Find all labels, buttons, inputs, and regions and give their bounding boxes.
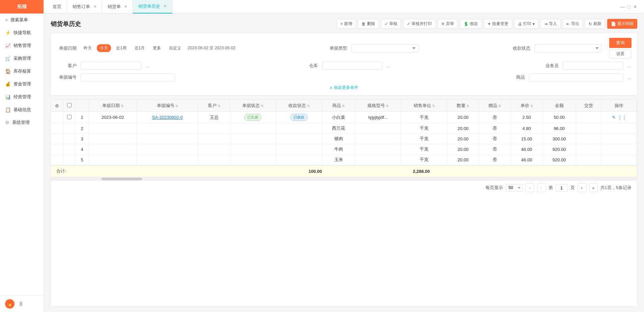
goods-header[interactable]: 商品⇅ bbox=[322, 100, 355, 112]
row-check[interactable] bbox=[63, 155, 75, 165]
collect-label: 收款 bbox=[470, 21, 478, 27]
row-check[interactable] bbox=[63, 123, 75, 134]
abandon-button[interactable]: ✕ 弃审 bbox=[438, 19, 458, 29]
qty-header[interactable]: 数量⇅ bbox=[447, 100, 479, 112]
row-doc-no[interactable] bbox=[137, 155, 198, 165]
sidebar-item-inventory[interactable]: 🏠 库存核算 bbox=[0, 65, 44, 78]
row-action[interactable]: ✎⋮⋮ bbox=[601, 112, 637, 123]
print-button[interactable]: 🖨 打印 ▾ bbox=[514, 19, 538, 29]
row-doc-no[interactable] bbox=[137, 144, 198, 155]
row-action[interactable] bbox=[601, 134, 637, 144]
goods-dots[interactable]: ... bbox=[627, 75, 632, 80]
date-today[interactable]: 今天 bbox=[97, 44, 111, 52]
sort-icon: ⇅ bbox=[498, 104, 501, 108]
refresh-button[interactable]: ↻ 刷新 bbox=[585, 19, 605, 29]
row-doc-date bbox=[89, 134, 137, 144]
delete-button[interactable]: 🗑 删除 bbox=[358, 19, 379, 29]
row-doc-no[interactable] bbox=[137, 123, 198, 134]
price-header[interactable]: 单价⇅ bbox=[511, 100, 542, 112]
salesperson-input[interactable] bbox=[563, 62, 623, 70]
row-check[interactable] bbox=[63, 134, 75, 144]
row-doc-no[interactable] bbox=[137, 134, 198, 144]
window-controls: — □ ✕ bbox=[620, 4, 641, 9]
doc-date-header[interactable]: 单据日期⇅ bbox=[89, 100, 137, 112]
date-last30[interactable]: 近1月 bbox=[132, 44, 148, 52]
tab-sales-order-close[interactable]: ✕ bbox=[93, 4, 96, 9]
date-more[interactable]: 更多 bbox=[150, 44, 164, 52]
gift-header[interactable]: 赠品⇅ bbox=[479, 100, 511, 112]
next-page-button[interactable]: › bbox=[578, 183, 586, 192]
warehouse-input[interactable] bbox=[322, 62, 383, 70]
select-all-checkbox[interactable] bbox=[67, 103, 72, 107]
sidebar-item-quick-nav[interactable]: ⚡ 快捷导航 bbox=[0, 26, 44, 39]
sidebar-item-purchase-mgmt[interactable]: 🛒 采购管理 bbox=[0, 52, 44, 65]
user-avatar[interactable]: 🔥 bbox=[5, 299, 15, 309]
customer-dots[interactable]: ... bbox=[145, 63, 149, 69]
spec-header[interactable]: 规格型号⇅ bbox=[355, 100, 401, 112]
row-check[interactable] bbox=[63, 144, 75, 155]
scrollbar-thumb[interactable] bbox=[102, 178, 142, 180]
customer-input[interactable] bbox=[81, 62, 141, 70]
gear-header[interactable]: ⚙ bbox=[51, 100, 63, 112]
last-page-button[interactable]: » bbox=[589, 183, 598, 192]
more-action[interactable]: ⋮⋮ bbox=[618, 115, 626, 120]
import-button[interactable]: ⇥ 导入 bbox=[540, 19, 561, 29]
date-yesterday[interactable]: 昨天 bbox=[81, 44, 95, 52]
batch-change-button[interactable]: ✦ 批量变更 bbox=[484, 19, 512, 29]
sidebar-item-system[interactable]: ⚙ 系统管理 bbox=[0, 116, 44, 129]
sidebar-item-base-info[interactable]: 📋 基础信息 bbox=[0, 103, 44, 116]
row-doc-status bbox=[230, 144, 276, 155]
tab-sales-goods-close[interactable]: ✕ bbox=[124, 4, 127, 9]
audit-print-button[interactable]: ✓ 审核并打印 bbox=[403, 19, 436, 29]
tab-sales-goods[interactable]: 销货单 ✕ bbox=[102, 0, 133, 14]
pay-status-header[interactable]: 收款状态⇅ bbox=[276, 100, 322, 112]
row-action[interactable] bbox=[601, 144, 637, 155]
page-input[interactable] bbox=[556, 184, 568, 192]
collapse-button[interactable]: ∧ 收起更多条件 bbox=[56, 85, 632, 90]
warehouse-dots[interactable]: ... bbox=[387, 63, 391, 69]
edit-action[interactable]: ✎ bbox=[612, 115, 616, 120]
goods-input[interactable] bbox=[529, 73, 623, 81]
row-checkbox[interactable] bbox=[67, 115, 72, 119]
unit-header[interactable]: 销售单位⇅ bbox=[401, 100, 447, 112]
salesperson-dots[interactable]: ... bbox=[627, 63, 632, 69]
show-detail-button[interactable]: 📄 显示明细 bbox=[607, 19, 637, 29]
date-last7[interactable]: 近1周 bbox=[113, 44, 130, 52]
amount-total: 2,286.00 bbox=[389, 169, 430, 174]
settings-button[interactable]: 设置 bbox=[609, 49, 632, 58]
maximize-icon[interactable]: □ bbox=[628, 4, 631, 9]
doc-no-header[interactable]: 单据编号⇅ bbox=[137, 100, 198, 112]
row-action[interactable] bbox=[601, 123, 637, 134]
date-custom[interactable]: 自定义 bbox=[166, 44, 184, 52]
tab-home[interactable]: 首页 bbox=[47, 0, 67, 14]
doc-status-header[interactable]: 单据状态⇅ bbox=[230, 100, 276, 112]
audit-button[interactable]: ✓ 审核 bbox=[381, 19, 401, 29]
horizontal-scrollbar[interactable] bbox=[51, 177, 637, 180]
row-action[interactable] bbox=[601, 155, 637, 165]
close-window-icon[interactable]: ✕ bbox=[633, 4, 637, 9]
minimize-icon[interactable]: — bbox=[620, 4, 625, 9]
pause-icon[interactable]: ⏸ bbox=[18, 301, 24, 308]
tab-sales-history[interactable]: 销货单历史 ✕ bbox=[133, 0, 172, 14]
row-check[interactable] bbox=[63, 112, 75, 123]
prev-page-button[interactable]: ‹ bbox=[537, 183, 546, 192]
search-button[interactable]: 查询 bbox=[609, 38, 632, 48]
add-button[interactable]: + 新增 bbox=[337, 19, 356, 29]
page-size-select[interactable]: 20 50 100 bbox=[506, 184, 523, 191]
row-gift: 否 bbox=[479, 155, 511, 165]
collect-button[interactable]: 💲 收款 bbox=[460, 19, 482, 29]
payment-status-select[interactable] bbox=[534, 44, 602, 52]
tab-sales-order[interactable]: 销售订单 ✕ bbox=[67, 0, 102, 14]
first-page-button[interactable]: « bbox=[526, 183, 534, 192]
export-button[interactable]: ⇤ 导出 bbox=[563, 19, 583, 29]
sidebar-item-search-menu[interactable]: ≡ 搜索菜单 bbox=[0, 14, 44, 26]
check-header[interactable] bbox=[63, 100, 75, 112]
row-doc-no[interactable]: SA-20230602-0 bbox=[137, 112, 198, 123]
doc-type-select[interactable] bbox=[351, 44, 419, 52]
sidebar-item-operations[interactable]: 📊 经营管理 bbox=[0, 90, 44, 103]
sidebar-item-sales-mgmt[interactable]: 📈 销售管理 bbox=[0, 39, 44, 52]
sidebar-item-finance[interactable]: 💰 资金管理 bbox=[0, 78, 44, 90]
doc-no-input[interactable] bbox=[81, 73, 175, 81]
tab-sales-history-close[interactable]: ✕ bbox=[164, 4, 167, 8]
customer-header[interactable]: 客户⇅ bbox=[198, 100, 230, 112]
